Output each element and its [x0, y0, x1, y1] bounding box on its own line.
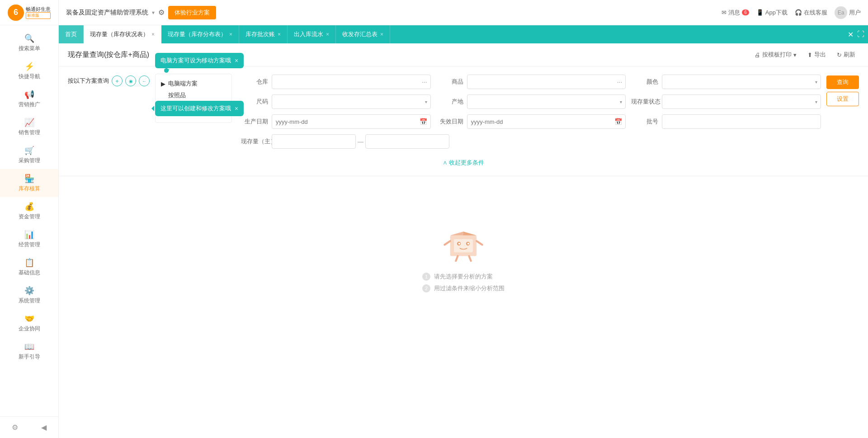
tab-inout-flow[interactable]: 出入库流水 ×: [288, 25, 336, 43]
warehouse-dots-icon: ···: [422, 78, 427, 85]
tip-num-1: 1: [422, 273, 430, 281]
tab-close-receive-summary[interactable]: ×: [380, 31, 383, 38]
header-app-download[interactable]: 📱 App下载: [756, 9, 788, 17]
header-online-support[interactable]: 🎧 在线客服: [795, 9, 827, 17]
reset-button[interactable]: 设置: [826, 92, 859, 106]
sidebar-item-base[interactable]: 📋 基础信息: [0, 253, 58, 281]
settings-bottom-btn[interactable]: ⚙: [10, 421, 20, 433]
sidebar-item-system[interactable]: ⚙️ 系统管理: [0, 281, 58, 309]
user-avatar: Ea: [835, 6, 847, 19]
tab-inventory-dist[interactable]: 现存量（库存分布表） ×: [161, 25, 239, 43]
operations-nav-icon: 📊: [24, 230, 34, 240]
expiry-date-calendar-icon[interactable]: 📅: [614, 118, 622, 125]
empty-state: 1 请先选择要分析的方案 2 用过滤条件来缩小分析范围: [59, 176, 868, 334]
sidebar-item-finance[interactable]: 💰 资金管理: [0, 197, 58, 225]
color-select[interactable]: [662, 75, 821, 89]
stock-main-to-input[interactable]: [365, 134, 449, 149]
header-user[interactable]: Ea 用户: [835, 6, 861, 19]
tab-inventory-status[interactable]: 现存量（库存状况表） ×: [84, 25, 161, 43]
arrow-scheme-button[interactable]: ←: [139, 75, 150, 86]
pc-scheme-child[interactable]: 按照品: [168, 89, 226, 101]
tab-fullscreen-icon[interactable]: ⛶: [857, 30, 864, 38]
exp-industry-button[interactable]: 体验行业方案: [168, 6, 216, 19]
color-label: 颜色: [631, 78, 658, 86]
origin-select[interactable]: [467, 94, 626, 109]
page-actions: 🖨 按模板打印 ▾ ⬆ 导出 ↻ 刷新: [751, 49, 859, 61]
svg-line-8: [444, 241, 450, 245]
sidebar-item-sales[interactable]: 📈 销售管理: [0, 113, 58, 141]
tab-close-inout-flow[interactable]: ×: [326, 31, 329, 38]
sidebar-item-marketing[interactable]: 📢 营销推广: [0, 85, 58, 113]
header: 装备及固定资产辅助管理系统 ▾ ⚙ 体验行业方案 ✉ 消息 6 📱 App下载 …: [59, 0, 868, 25]
goods-input[interactable]: [467, 75, 626, 89]
pc-scheme-row[interactable]: ▶ 电脑端方案: [161, 78, 226, 89]
tab-close-all-icon[interactable]: ✕: [848, 30, 854, 39]
tab-home[interactable]: 首页: [59, 25, 84, 43]
filter-goods: 商品 ···: [436, 74, 626, 90]
search-button[interactable]: 查询: [826, 75, 859, 89]
header-message[interactable]: ✉ 消息 6: [722, 9, 749, 17]
svg-point-7: [467, 243, 469, 245]
filter-production-date: 生产日期 📅: [241, 113, 431, 130]
filter-label: 按以下方案查询: [68, 77, 109, 85]
sidebar-bottom: ⚙ ◀: [0, 416, 58, 438]
svg-point-6: [458, 243, 460, 245]
tab-receive-summary[interactable]: 收发存汇总表 ×: [336, 25, 390, 43]
production-date-label: 生产日期: [241, 118, 268, 126]
sidebar-item-enterprise[interactable]: 🤝 企业协同: [0, 309, 58, 337]
tab-close-inventory-dist[interactable]: ×: [229, 31, 232, 38]
refresh-button[interactable]: ↻ 刷新: [833, 49, 859, 61]
header-dropdown-arrow[interactable]: ▾: [152, 9, 155, 16]
sidebar-item-search[interactable]: 🔍 搜索菜单: [0, 29, 58, 57]
header-left: 装备及固定资产辅助管理系统 ▾ ⚙ 体验行业方案: [66, 6, 216, 19]
newbie-nav-icon: 📖: [24, 342, 34, 352]
origin-label: 产地: [436, 98, 463, 106]
inventory-nav-icon: 🏪: [24, 174, 34, 184]
production-date-calendar-icon[interactable]: 📅: [420, 118, 427, 125]
pc-scheme-label: 电脑端方案: [168, 80, 198, 88]
svg-marker-2: [463, 231, 476, 235]
brand-name: 畅通好生意: [26, 6, 51, 12]
main-content: 现存量查询(按仓库+商品) 🖨 按模板打印 ▾ ⬆ 导出 ↻ 刷新 按以下方案查…: [59, 43, 868, 438]
size-select[interactable]: [272, 94, 431, 109]
sidebar-item-operations[interactable]: 📊 经营管理: [0, 225, 58, 253]
warehouse-label: 仓库: [241, 78, 268, 86]
batch-no-label: 批号: [631, 118, 658, 126]
tab-batch-ledger[interactable]: 库存批次账 ×: [239, 25, 288, 43]
mobile-icon: 📱: [756, 9, 764, 16]
sidebar-item-purchase[interactable]: 🛒 采购管理: [0, 141, 58, 169]
finance-nav-icon: 💰: [24, 202, 34, 212]
print-button[interactable]: 🖨 按模板打印 ▾: [751, 49, 800, 61]
tabs-actions: ✕ ⛶: [844, 25, 868, 43]
sidebar-item-newbie[interactable]: 📖 新手引导: [0, 337, 58, 365]
stock-main-label: 现存量（主）: [241, 137, 268, 146]
empty-tip-2: 2 用过滤条件来缩小分析范围: [422, 283, 505, 294]
filter-stock-status: 现存量状态 ▾: [631, 94, 821, 110]
warehouse-input[interactable]: [272, 75, 431, 89]
stock-status-select[interactable]: [662, 94, 821, 109]
tab-close-inventory-status[interactable]: ×: [151, 31, 155, 38]
add-scheme-button[interactable]: +: [112, 75, 123, 86]
sidebar-item-inventory[interactable]: 🏪 库存核算: [0, 169, 58, 197]
header-system-name: 装备及固定资产辅助管理系统: [66, 9, 148, 17]
tooltip1-close[interactable]: ×: [235, 57, 238, 64]
tip-num-2: 2: [422, 284, 430, 292]
tooltip2-close[interactable]: ×: [235, 105, 238, 112]
export-button[interactable]: ⬆ 导出: [804, 49, 830, 61]
marketing-nav-icon: 📢: [24, 89, 34, 99]
tab-close-batch-ledger[interactable]: ×: [278, 31, 281, 38]
filter-warehouse: 仓库 ···: [241, 74, 431, 90]
batch-no-input[interactable]: [662, 114, 821, 129]
collapse-filter-button[interactable]: ∧ 收起更多条件: [441, 157, 486, 169]
stock-main-from-input[interactable]: [272, 134, 356, 149]
expiry-date-input[interactable]: [467, 114, 626, 129]
sidebar-item-guide[interactable]: ⚡ 快捷导航: [0, 57, 58, 85]
headset-icon: 🎧: [795, 9, 802, 16]
empty-tips: 1 请先选择要分析的方案 2 用过滤条件来缩小分析范围: [422, 271, 505, 294]
collapse-sidebar-btn[interactable]: ◀: [39, 421, 48, 433]
edit-scheme-button[interactable]: ◉: [125, 75, 136, 86]
production-date-input[interactable]: [272, 114, 431, 129]
filter-area: 按以下方案查询 + ◉ ← ▶ 电脑端方案 按照品: [59, 66, 868, 176]
header-settings-icon[interactable]: ⚙: [158, 8, 165, 17]
svg-rect-3: [454, 239, 473, 252]
